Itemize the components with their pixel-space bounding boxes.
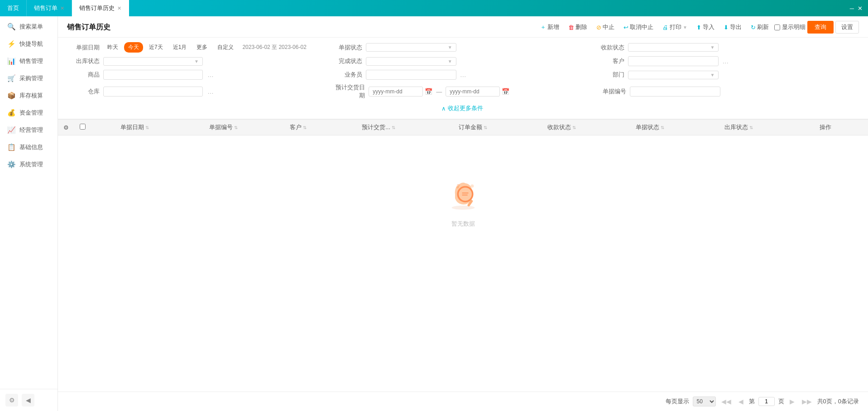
delivery-date-label: 预计交货日期: [332, 83, 369, 100]
col-date-sort-icon: ⇅: [145, 125, 149, 130]
date-control: 昨天 今天 近7天 近1月 更多 自定义 2023-06-02 至 2023-0…: [103, 42, 334, 53]
order-no-control: [630, 87, 859, 97]
col-action-label: 操作: [820, 124, 831, 131]
calendar-end-icon[interactable]: 📅: [502, 88, 509, 95]
sidebar-item-quick-nav[interactable]: ⚡ 快捷导航: [0, 35, 58, 53]
complete-select[interactable]: ▼: [366, 57, 456, 66]
tab-home-label: 首页: [7, 4, 19, 12]
col-payment-status[interactable]: 收款状态 ⇅: [517, 120, 606, 135]
per-page-select[interactable]: 10 20 50 100: [693, 396, 716, 406]
table-header-row: ⚙ 单据日期 ⇅ 单据编号 ⇅: [58, 120, 868, 135]
col-out-status[interactable]: 出库状态 ⇅: [695, 120, 783, 135]
settings-button[interactable]: 设置: [835, 21, 859, 34]
col-customer-sort-icon: ⇅: [303, 125, 307, 130]
col-customer[interactable]: 客户 ⇅: [268, 120, 329, 135]
sidebar-item-system[interactable]: ⚙️ 系统管理: [0, 156, 58, 173]
delete-button[interactable]: 🗑 删除: [565, 21, 591, 33]
customer-dots-btn[interactable]: …: [720, 58, 730, 65]
empty-row: ? 暂无数据: [58, 135, 868, 247]
page-input[interactable]: [758, 397, 775, 406]
last-page-btn[interactable]: ▶▶: [800, 397, 814, 406]
tab-sales-order-close[interactable]: ✕: [60, 5, 64, 11]
date-shortcut-custom[interactable]: 自定义: [213, 42, 238, 53]
sidebar-collapse-btn[interactable]: ◀: [22, 394, 34, 406]
sidebar-item-purchase-label: 采购管理: [19, 74, 43, 82]
collapse-row[interactable]: ∧ 收起更多条件: [67, 103, 859, 114]
col-payment-status-sort-icon: ⇅: [572, 125, 576, 130]
display-cols-checkbox[interactable]: 显示明细: [774, 23, 806, 31]
sidebar-item-quick-nav-label: 快捷导航: [19, 40, 43, 48]
delivery-date-end-input[interactable]: [446, 87, 500, 97]
col-out-status-label: 出库状态: [724, 124, 748, 131]
refresh-label: 刷新: [757, 23, 769, 31]
tab-sales-history[interactable]: 销售订单历史 ✕: [72, 0, 129, 16]
prev-page-btn[interactable]: ◀: [737, 397, 745, 406]
date-shortcut-more[interactable]: 更多: [192, 42, 211, 53]
salesman-dots-btn[interactable]: …: [458, 71, 468, 78]
order-no-input[interactable]: [630, 87, 720, 97]
date-shortcut-today[interactable]: 今天: [124, 42, 143, 53]
sidebar-item-operations[interactable]: 📈 经营管理: [0, 121, 58, 139]
sidebar-item-purchase[interactable]: 🛒 采购管理: [0, 70, 58, 87]
payment-control: ▼: [628, 43, 859, 52]
calendar-start-icon[interactable]: 📅: [425, 88, 432, 95]
print-button[interactable]: 🖨 打印 ▼: [659, 21, 691, 33]
date-label: 单据日期: [67, 44, 103, 52]
delivery-date-start-input[interactable]: [369, 87, 423, 97]
dept-control: ▼: [628, 71, 859, 79]
tab-sales-history-close[interactable]: ✕: [117, 5, 121, 11]
date-shortcut-7days[interactable]: 近7天: [145, 42, 167, 53]
cancel-stop-button[interactable]: ↩ 取消中止: [620, 21, 657, 33]
date-shortcuts: 昨天 今天 近7天 近1月 更多 自定义: [103, 42, 238, 53]
date-shortcut-1month[interactable]: 近1月: [169, 42, 191, 53]
salesman-input[interactable]: [366, 70, 456, 80]
new-button[interactable]: ＋ 新增: [537, 21, 563, 33]
sidebar-item-inventory[interactable]: 📦 库存核算: [0, 87, 58, 104]
export-button[interactable]: ⬇ 导出: [720, 21, 745, 33]
status-select[interactable]: ▼: [366, 43, 456, 52]
dept-select[interactable]: ▼: [628, 71, 719, 79]
toolbar: ＋ 新增 🗑 删除 ⊘ 中止 ↩ 取消中止 🖨 打印: [537, 21, 859, 34]
query-button[interactable]: 查询: [807, 21, 834, 34]
import-button[interactable]: ⬆ 导入: [693, 21, 718, 33]
close-icon[interactable]: ✕: [858, 5, 863, 12]
col-amount[interactable]: 订单金额 ⇅: [429, 120, 518, 135]
tab-home[interactable]: 首页: [0, 0, 27, 16]
print-label: 打印: [670, 23, 681, 31]
col-doc-status[interactable]: 单据状态 ⇅: [606, 120, 695, 135]
sidebar-item-finance[interactable]: 💰 资金管理: [0, 104, 58, 121]
warehouse-dots-btn[interactable]: …: [206, 88, 216, 95]
customer-control: …: [628, 56, 859, 66]
out-warehouse-select[interactable]: ▼: [103, 57, 203, 66]
query-label: 查询: [815, 24, 826, 30]
sidebar-item-search[interactable]: 🔍 搜索菜单: [0, 18, 58, 35]
warehouse-label: 仓库: [67, 87, 103, 96]
tab-sales-order[interactable]: 销售订单 ✕: [27, 0, 72, 16]
sidebar-item-basic-info[interactable]: 📋 基础信息: [0, 139, 58, 156]
col-date[interactable]: 单据日期 ⇅: [91, 120, 179, 135]
date-shortcut-yesterday[interactable]: 昨天: [103, 42, 122, 53]
next-page-btn[interactable]: ▶: [788, 397, 796, 406]
display-cols-input[interactable]: [774, 24, 780, 30]
sidebar-settings-btn[interactable]: ⚙: [5, 394, 18, 406]
minimize-icon[interactable]: ─: [850, 5, 854, 12]
stop-button[interactable]: ⊘ 中止: [593, 21, 618, 33]
select-all-checkbox[interactable]: [80, 124, 86, 130]
table-header-gear[interactable]: ⚙: [58, 120, 74, 135]
table-header-check[interactable]: [74, 120, 91, 135]
search-menu-icon: 🔍: [7, 23, 16, 31]
col-delivery[interactable]: 预计交货... ⇅: [329, 120, 429, 135]
payment-select[interactable]: ▼: [628, 43, 719, 52]
empty-state: ? 暂无数据: [58, 135, 868, 246]
first-page-btn[interactable]: ◀◀: [719, 397, 733, 406]
goods-dots-btn[interactable]: …: [206, 71, 216, 78]
goods-input[interactable]: [103, 70, 203, 80]
print-icon: 🖨: [662, 24, 668, 31]
col-no[interactable]: 单据编号 ⇅: [179, 120, 268, 135]
sidebar-item-sales[interactable]: 📊 销售管理: [0, 53, 58, 70]
refresh-button[interactable]: ↻ 刷新: [747, 21, 772, 33]
warehouse-input[interactable]: [103, 87, 203, 97]
date-range-text: 2023-06-02 至 2023-06-02: [242, 44, 306, 51]
customer-input[interactable]: [628, 56, 719, 66]
import-label: 导入: [703, 23, 715, 31]
